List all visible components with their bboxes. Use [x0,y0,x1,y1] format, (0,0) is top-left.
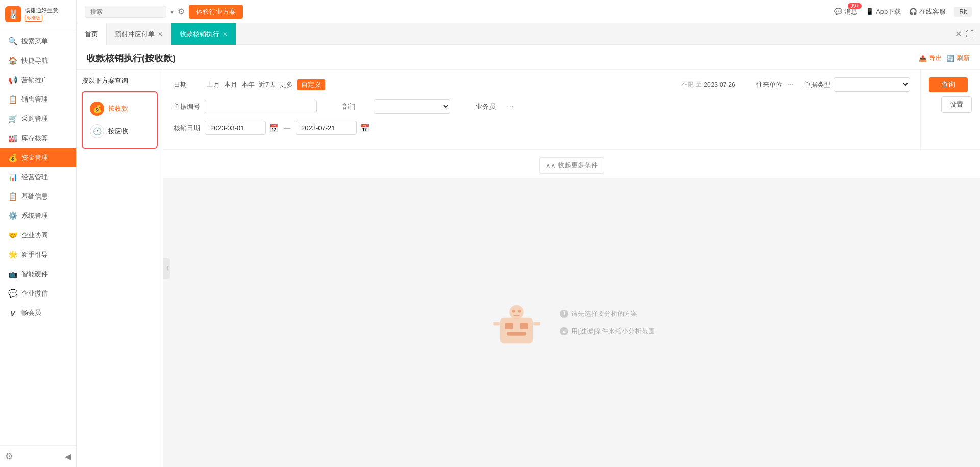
tab-expand-icon[interactable]: ⛶ [966,30,974,39]
collapse-up-icon: ∧∧ [546,162,556,169]
finance-icon: 💰 [8,153,17,162]
tab-collection[interactable]: 收款核销执行 ✕ [172,23,236,45]
sidebar-collapse-icon[interactable]: ◀ [65,452,71,461]
by-receivable-icon: 🕐 [90,124,104,138]
sidebar-item-inventory[interactable]: 🏭 库存核算 [0,129,76,148]
dept-select[interactable] [374,99,450,114]
content-wrapper: 按以下方案查询 💰 按收款 🕐 按应收 《 [77,70,980,467]
query-panel: 按以下方案查询 💰 按收款 🕐 按应收 《 [77,70,163,467]
logo-icon: 🐰 [5,6,21,22]
date-opt-thismonth[interactable]: 本月 [224,80,237,89]
sidebar: 🐰 畅捷通好生意 标准版 🔍 搜索菜单 🏠 快捷导航 📢 营销推广 📋 销售管理… [0,0,77,467]
sidebar-item-basic[interactable]: 📋 基础信息 [0,187,76,206]
export-button[interactable]: 📤 导出 [919,54,942,63]
doc-no-label: 单据编号 [174,102,202,111]
sidebar-item-guide[interactable]: 🌟 新手引导 [0,245,76,264]
sidebar-footer: ⚙ ◀ [0,445,76,467]
header-right: 💬 消息 99+ 📱 App下载 🎧 在线客服 Rit [834,7,972,17]
svg-rect-2 [520,323,528,329]
svg-point-8 [518,310,521,313]
verify-date-start-input[interactable] [205,121,266,135]
query-options-container: 💰 按收款 🕐 按应收 [82,91,158,149]
date-opt-7days[interactable]: 近7天 [259,80,276,89]
refresh-button[interactable]: 🔄 刷新 [946,54,970,63]
page-header: 收款核销执行(按收款) 📤 导出 🔄 刷新 [77,45,980,70]
counterpart-ellipsis: ··· [787,80,794,89]
sidebar-item-wechat[interactable]: 💬 企业微信 [0,284,76,303]
empty-state-area: 1 请先选择要分析的方案 2 用[过滤]条件来缩小分析范围 [163,178,980,467]
verify-date-end-calendar-icon[interactable]: 📅 [360,124,370,133]
collapse-more-row: ∧∧ 收起更多条件 [163,150,980,178]
sidebar-item-search[interactable]: 🔍 搜索菜单 [0,32,76,51]
tab-prepay[interactable]: 预付冲应付单 ✕ [107,23,172,45]
tab-home[interactable]: 首页 [77,23,107,45]
system-icon: ⚙️ [8,211,17,220]
online-service-button[interactable]: 🎧 在线客服 [909,7,946,16]
svg-rect-0 [500,317,533,343]
purchase-icon: 🛒 [8,114,17,124]
doc-type-select[interactable] [834,77,910,92]
verify-date-end-input[interactable] [296,121,357,135]
svg-rect-4 [533,322,540,325]
svg-rect-1 [505,323,513,329]
sidebar-item-system[interactable]: ⚙️ 系统管理 [0,206,76,226]
date-opt-thisyear[interactable]: 本年 [241,80,255,89]
empty-content: 1 请先选择要分析的方案 2 用[过滤]条件来缩小分析范围 [488,294,654,351]
filter-form: 日期 上月 本月 本年 近7天 更多 自定义 不限 [163,70,920,149]
query-button[interactable]: 查询 [929,77,968,92]
solution-button[interactable]: 体验行业方案 [189,5,243,19]
verify-date-label: 核销日期 [174,124,202,133]
collapse-more-button[interactable]: ∧∧ 收起更多条件 [539,157,604,174]
sidebar-item-enterprise[interactable]: 🤝 企业协同 [0,226,76,245]
guide-icon: 🌟 [8,250,17,259]
page-title: 收款核销执行(按收款) [87,52,176,64]
panel-collapse-button[interactable]: 《 [163,258,170,279]
app-download-button[interactable]: 📱 App下载 [866,7,901,16]
staff-label: 业务员 [476,102,504,111]
sidebar-logo: 🐰 畅捷通好生意 标准版 [0,0,76,29]
tab-close-all-icon[interactable]: ✕ [955,29,962,39]
sidebar-item-hardware[interactable]: 📺 智能硬件 [0,264,76,284]
svg-point-6 [510,305,524,319]
verify-date-start-calendar-icon[interactable]: 📅 [269,124,279,133]
user-avatar[interactable]: Rit [954,7,972,17]
svg-point-7 [512,310,516,313]
counterpart-label: 往来单位 [756,80,784,89]
tabs-bar: 首页 预付冲应付单 ✕ 收款核销执行 ✕ ✕ ⛶ [77,23,980,45]
basic-icon: 📋 [8,192,17,201]
empty-step-2: 2 用[过滤]条件来缩小分析范围 [560,325,654,338]
sidebar-item-purchase[interactable]: 🛒 采购管理 [0,109,76,129]
sidebar-settings-icon[interactable]: ⚙ [5,451,13,462]
tabs-actions: ✕ ⛶ [955,29,980,39]
sidebar-item-member[interactable]: V 畅会员 [0,303,76,323]
empty-illustration [488,294,545,351]
query-option-by-collection[interactable]: 💰 按收款 [87,97,153,120]
hardware-icon: 📺 [8,269,17,279]
sidebar-item-operation[interactable]: 📊 经营管理 [0,167,76,187]
date-options: 上月 本月 本年 近7天 更多 自定义 [207,79,325,90]
tab-prepay-close[interactable]: ✕ [158,31,163,38]
query-option-by-receivable[interactable]: 🕐 按应收 [87,120,153,142]
empty-step-1: 1 请先选择要分析的方案 [560,307,654,321]
filter-actions: 查询 设置 [920,70,980,149]
header-gear-icon[interactable]: ⚙ [178,7,185,16]
date-opt-more[interactable]: 更多 [280,80,293,89]
filter-main: 日期 上月 本月 本年 近7天 更多 自定义 不限 [163,70,980,467]
by-collection-icon: 💰 [90,102,104,116]
header-dropdown-icon[interactable]: ▾ [170,8,174,15]
sidebar-item-marketing[interactable]: 📢 营销推广 [0,70,76,90]
sidebar-item-sales[interactable]: 📋 销售管理 [0,90,76,109]
empty-tip: 1 请先选择要分析的方案 2 用[过滤]条件来缩小分析范围 [560,307,654,338]
setting-button[interactable]: 设置 [941,96,972,113]
header-search-input[interactable] [85,6,166,18]
doc-no-input[interactable] [205,100,317,113]
service-icon: 🎧 [909,8,917,15]
date-opt-lastmonth[interactable]: 上月 [207,80,220,89]
sidebar-item-quicknav[interactable]: 🏠 快捷导航 [0,51,76,70]
tab-collection-close[interactable]: ✕ [223,31,228,38]
refresh-icon: 🔄 [946,55,954,62]
messages-button[interactable]: 💬 消息 99+ [834,7,857,16]
export-icon: 📤 [919,55,927,62]
date-opt-custom[interactable]: 自定义 [297,79,325,90]
sidebar-item-finance[interactable]: 💰 资金管理 [0,148,76,167]
